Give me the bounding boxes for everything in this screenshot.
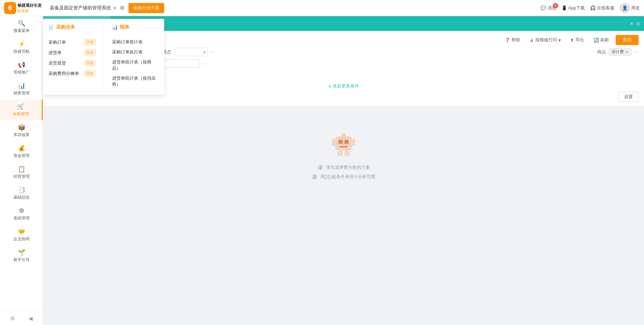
goods-tag[interactable]: 设计费 ✕	[609, 48, 632, 56]
help-btn[interactable]: ❓ 帮助	[502, 36, 523, 44]
purchase-title-text: 采购业务	[56, 24, 75, 30]
menu-item-order-exec[interactable]: 采购订单执行表	[112, 47, 159, 57]
message-icon: 💬	[541, 5, 546, 10]
robot-svg	[327, 126, 360, 160]
menu-item-purchase-order[interactable]: 采购订单 历史	[48, 37, 96, 47]
purchase-dropdown-menu: 🛒 采购业务 采购订单 历史 进货单 历史 进货退货 历史 采购费用分摊单 历史	[43, 19, 164, 95]
sidebar-label-operations: 经营管理	[13, 174, 30, 179]
sidebar-label-marketing: 营销推广	[13, 70, 30, 75]
menu-item-receipt-stat-goods[interactable]: 进货单统计表（按商品）	[112, 57, 159, 73]
purchase-menu-col: 🛒 采购业务 采购订单 历史 进货单 历史 进货退货 历史 采购费用分摊单 历史	[48, 24, 96, 89]
report-menu-title: 📊 报表	[112, 24, 159, 33]
chart-icon: 📊	[18, 82, 25, 89]
settings-btn[interactable]: 设置	[618, 92, 639, 102]
top-right: 💬 消息 5 📱 App下载 🎧 在线客服 👤 用友	[541, 3, 640, 13]
empty-state: 1 请先选择要分析的方案 2 用[过滤]条件来缩小分析范围	[43, 106, 644, 200]
order-stat-label: 采购订单统计表	[112, 39, 143, 45]
sidebar-item-operations[interactable]: 📋 经营管理	[0, 162, 43, 183]
goods-return-hist: 历史	[84, 60, 96, 66]
svg-rect-2	[345, 140, 349, 144]
svg-rect-8	[345, 150, 350, 156]
sidebar-item-basic[interactable]: 📑 基础信息	[0, 183, 43, 204]
user-label: 用友	[631, 5, 640, 11]
tab-maximize-icon[interactable]: ⊡	[636, 21, 640, 26]
online-service-btn[interactable]: 🎧 在线客服	[590, 5, 614, 11]
message-btn[interactable]: 💬 消息 5	[541, 5, 556, 11]
sidebar-item-system[interactable]: ⚙ 系统管理	[0, 204, 43, 225]
doc-status-select-wrapper: ▾	[174, 48, 208, 56]
tab-right-icons: ✕ ⊡	[630, 21, 644, 26]
sidebar-item-purchase[interactable]: 🛒 采购管理	[0, 99, 43, 120]
step-2-num: 2	[312, 174, 318, 180]
app-download-btn[interactable]: 📱 App下载	[562, 5, 585, 11]
status-group: 单据状态 ▾ ···	[154, 48, 593, 56]
doc-status-ellipsis[interactable]: ···	[210, 49, 215, 55]
print-label: 按模板打印	[535, 37, 557, 43]
collapse-btn[interactable]: ∧ 收起更多条件	[328, 83, 359, 89]
sidebar-label-funds: 资金管理	[13, 153, 30, 159]
collapse-up-icon: ∧	[328, 84, 331, 89]
menu-item-goods-return[interactable]: 进货退货 历史	[48, 58, 96, 68]
menu-item-receipt-stat-supplier[interactable]: 进货单统计表（按供应商）	[112, 73, 159, 89]
app-label: App下载	[568, 5, 585, 11]
export-btn[interactable]: ⬆ 导出	[568, 36, 587, 44]
message-badge: 5	[553, 3, 558, 8]
menu-item-expense-alloc[interactable]: 采购费用分摊单 历史	[48, 68, 96, 79]
logo-text: 畅捷通好生意 标准版	[17, 3, 42, 13]
purchase-menu-title: 🛒 采购业务	[48, 24, 96, 33]
goods-ellipsis[interactable]: ···	[634, 49, 639, 55]
sidebar-bottom: ⚙ ◀	[0, 312, 43, 325]
goods-tag-close[interactable]: ✕	[625, 50, 629, 54]
sidebar-collapse-icon[interactable]: ◀	[29, 315, 33, 322]
sidebar-item-sales[interactable]: 📊 销售管理	[0, 79, 43, 99]
sidebar-item-funds[interactable]: 💰 资金管理	[0, 141, 43, 162]
svg-rect-5	[332, 139, 335, 146]
search-icon: 🔍	[18, 19, 25, 27]
sidebar-label-search: 搜索菜单	[13, 28, 30, 34]
svg-rect-1	[338, 140, 343, 144]
industry-btn[interactable]: 体验行业方案	[129, 3, 164, 13]
sidebar-label-sales: 销售管理	[13, 90, 30, 96]
doc-status-select[interactable]	[174, 48, 208, 56]
menu-item-goods-receipt[interactable]: 进货单 历史	[48, 47, 96, 58]
expense-alloc-label: 采购费用分摊单	[48, 71, 79, 77]
help-label: 帮助	[511, 37, 520, 43]
settings-icon[interactable]: ⚙	[120, 5, 124, 11]
logo-line1: 畅捷通好生意	[17, 3, 42, 8]
user-menu[interactable]: 👤 用友	[620, 3, 640, 13]
box-icon: 📦	[18, 124, 25, 131]
step-2-text: 用[过滤]条件来缩小分析范围	[320, 174, 375, 180]
gear-icon: ⚙	[19, 207, 24, 214]
query-btn[interactable]: 查询	[616, 35, 639, 45]
document-icon: 📑	[18, 186, 25, 194]
sidebar-item-quicknav[interactable]: ⚡ 快捷导航	[0, 37, 43, 58]
system-name: 装备及固定资产辅助管理系统	[50, 5, 111, 11]
logo-area: 6 畅捷通好生意 标准版	[4, 2, 47, 14]
goods-receipt-hist: 历史	[84, 49, 96, 56]
sidebar-item-enterprise[interactable]: 🤝 企业协同	[0, 225, 43, 245]
sidebar-item-newbie[interactable]: 🌱 新手引导	[0, 245, 43, 266]
sidebar-settings-icon[interactable]: ⚙	[10, 315, 15, 322]
refresh-icon: 🔄	[594, 38, 599, 43]
system-dropdown-arrow[interactable]: ▾	[114, 6, 116, 10]
service-label: 在线客服	[597, 5, 614, 11]
expense-alloc-hist: 历史	[84, 70, 96, 77]
salesman-ellipsis[interactable]: ···	[203, 61, 207, 67]
sidebar-item-inventory[interactable]: 📦 库存核算	[0, 120, 43, 141]
sidebar-item-search[interactable]: 🔍 搜索菜单	[0, 16, 43, 37]
goods-group: 商品 设计费 ✕ ···	[597, 48, 639, 56]
print-btn[interactable]: 🖨 按模板打印 ▾	[527, 36, 564, 44]
sidebar-label-newbie: 新手引导	[13, 257, 30, 263]
goods-label: 商品	[597, 49, 606, 55]
sidebar-label-purchase: 采购管理	[13, 111, 29, 117]
svg-rect-7	[337, 150, 343, 156]
svg-rect-4	[342, 133, 346, 137]
sidebar-item-marketing[interactable]: 📢 营销推广	[0, 58, 43, 79]
menu-item-order-stat[interactable]: 采购订单统计表	[112, 37, 159, 47]
refresh-btn[interactable]: 🔄 刷新	[591, 36, 612, 44]
menu-divider	[104, 24, 104, 89]
goods-tag-value: 设计费	[612, 49, 624, 55]
receipt-stat-goods-label: 进货单统计表（按商品）	[112, 59, 159, 71]
tab-minimize-icon[interactable]: ✕	[630, 21, 634, 26]
app-container: 6 畅捷通好生意 标准版 装备及固定资产辅助管理系统 ▾ ⚙ 体验行业方案 💬 …	[0, 0, 644, 325]
